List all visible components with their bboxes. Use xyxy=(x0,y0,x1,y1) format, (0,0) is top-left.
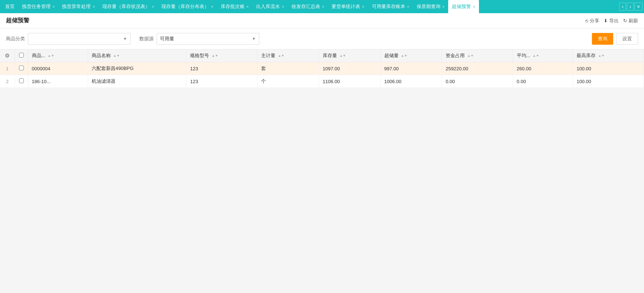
datasource-select-value: 可用量 xyxy=(160,36,174,42)
table-row: 1 0000004 六配套新昌490BPG 123 套 1097.00 997.… xyxy=(0,62,644,75)
nav-item-available[interactable]: 可用量库存账本 × xyxy=(368,0,413,13)
close-tab-icon[interactable]: × xyxy=(92,4,95,9)
close-tab-icon[interactable]: × xyxy=(152,4,154,9)
checkbox-column-header xyxy=(15,49,28,62)
share-button[interactable]: ⎋ 分享 xyxy=(585,18,599,24)
table-row: 2 186-10... 机油滤清器 123 个 1106.00 1006.00 … xyxy=(0,75,644,88)
close-tab-icon[interactable]: × xyxy=(52,4,55,9)
row-checkbox-cell xyxy=(15,75,28,88)
nav-item-overstock[interactable]: 超储预警 × xyxy=(448,0,479,13)
chevron-down-icon: ▼ xyxy=(252,36,256,41)
close-tab-active-icon[interactable]: × xyxy=(473,4,475,9)
stock-cell: 1097.00 xyxy=(319,62,380,75)
nav-prev-arrow[interactable]: ‹ xyxy=(619,3,626,11)
datasource-filter: 数据源 可用量 ▼ xyxy=(139,33,259,45)
datasource-select[interactable]: 可用量 ▼ xyxy=(157,33,259,45)
nav-item-batch[interactable]: 库存批次账 × xyxy=(217,0,252,13)
page-header: 超储预警 ⎋ 分享 ⬇ 导出 ↻ 刷新 xyxy=(0,13,644,29)
chevron-down-icon: ▼ xyxy=(123,36,127,41)
unit-cell: 套 xyxy=(257,62,319,75)
avg-cell: 0.00 xyxy=(513,75,572,88)
spec-column-header[interactable]: 规格型号 ▲▼ xyxy=(186,49,257,62)
category-select[interactable]: ▼ xyxy=(28,33,131,45)
sort-arrows-icon: ▲▼ xyxy=(48,54,54,58)
capital-cell: 259220.00 xyxy=(442,62,513,75)
nav-item-order-stats[interactable]: 要货单统计表 × xyxy=(328,0,368,13)
settings-button[interactable]: 设置 xyxy=(616,33,638,45)
overstock-cell: 1006.00 xyxy=(380,75,442,88)
spec-cell: 123 xyxy=(186,62,257,75)
capital-cell: 0.00 xyxy=(442,75,513,88)
max-stock-cell: 100.00 xyxy=(573,62,644,75)
export-icon: ⬇ xyxy=(604,18,608,23)
refresh-icon: ↻ xyxy=(623,18,627,23)
avg-cell: 260.00 xyxy=(513,62,572,75)
close-tab-icon[interactable]: × xyxy=(322,4,324,9)
close-tab-icon[interactable]: × xyxy=(442,4,444,9)
sort-arrows-icon: ▲▼ xyxy=(401,54,407,58)
nav-scroll-controls: ‹ › × xyxy=(619,3,643,11)
product-code-cell: 186-10... xyxy=(28,75,88,88)
filter-buttons: 查询 设置 xyxy=(592,33,638,45)
nav-item-home[interactable]: 首页 xyxy=(1,0,18,13)
table-header-row: ⚙ 商品... ▲▼ 商品名称 ▲▼ 规格型号 ▲▼ 主计 xyxy=(0,49,644,62)
nav-item-summary[interactable]: 收发存汇总表 × xyxy=(288,0,328,13)
row-select-checkbox[interactable] xyxy=(19,66,24,70)
row-checkbox-cell xyxy=(15,62,28,75)
nav-next-arrow[interactable]: › xyxy=(627,3,634,11)
sort-arrows-icon: ▲▼ xyxy=(212,54,218,58)
gear-icon[interactable]: ⚙ xyxy=(5,52,10,59)
row-select-checkbox[interactable] xyxy=(19,78,24,83)
export-button[interactable]: ⬇ 导出 xyxy=(604,18,619,24)
spec-cell: 123 xyxy=(186,75,257,88)
overstock-cell: 997.00 xyxy=(380,62,442,75)
filter-area: 商品分类 ▼ 数据源 可用量 ▼ 查询 设置 xyxy=(0,29,644,49)
stock-column-header[interactable]: 库存量 ▲▼ xyxy=(319,49,380,62)
top-navigation: 首页 拣货任务管理 × 拣货异常处理 × 现存量（库存状况表） × 现存量（库存… xyxy=(0,0,644,13)
unit-cell: 个 xyxy=(257,75,319,88)
product-name-cell: 六配套新昌490BPG xyxy=(88,62,186,75)
product-code-cell: 0000004 xyxy=(28,62,88,75)
close-tab-icon[interactable]: × xyxy=(407,4,409,9)
sort-arrows-icon: ▲▼ xyxy=(467,54,474,58)
select-all-checkbox[interactable] xyxy=(19,53,24,58)
nav-item-stock-status[interactable]: 现存量（库存状况表） × xyxy=(99,0,158,13)
query-button[interactable]: 查询 xyxy=(592,33,613,45)
capital-column-header[interactable]: 资金占用 ▲▼ xyxy=(442,49,513,62)
settings-column-header: ⚙ xyxy=(0,49,15,62)
close-tab-icon[interactable]: × xyxy=(362,4,364,9)
nav-close-all[interactable]: × xyxy=(634,3,643,11)
sort-arrows-icon: ▲▼ xyxy=(598,54,605,58)
sort-arrows-icon: ▲▼ xyxy=(113,54,120,58)
sort-arrows-icon: ▲▼ xyxy=(339,54,346,58)
row-index: 2 xyxy=(0,75,15,88)
product-code-column-header[interactable]: 商品... ▲▼ xyxy=(28,49,88,62)
share-icon: ⎋ xyxy=(585,18,588,23)
page-title: 超储预警 xyxy=(6,17,29,25)
close-tab-icon[interactable]: × xyxy=(282,4,284,9)
nav-item-exception[interactable]: 拣货异常处理 × xyxy=(58,0,98,13)
product-name-column-header[interactable]: 商品名称 ▲▼ xyxy=(88,49,186,62)
max-stock-cell: 100.00 xyxy=(573,75,644,88)
refresh-button[interactable]: ↻ 刷新 xyxy=(623,18,638,24)
category-filter: 商品分类 ▼ xyxy=(6,33,131,45)
close-tab-icon[interactable]: × xyxy=(211,4,213,9)
unit-column-header[interactable]: 主计量 ▲▼ xyxy=(257,49,319,62)
stock-cell: 1106.00 xyxy=(319,75,380,88)
sort-arrows-icon: ▲▼ xyxy=(533,54,539,58)
datasource-label: 数据源 xyxy=(139,36,154,42)
row-index: 1 xyxy=(0,62,15,75)
close-tab-icon[interactable]: × xyxy=(246,4,249,9)
nav-item-task-mgmt[interactable]: 拣货任务管理 × xyxy=(18,0,58,13)
max-stock-column-header[interactable]: 最高库存 ▲▼ xyxy=(573,49,644,62)
category-label: 商品分类 xyxy=(6,36,25,42)
sort-arrows-icon: ▲▼ xyxy=(278,54,285,58)
product-name-cell: 机油滤清器 xyxy=(88,75,186,88)
overstock-column-header[interactable]: 超储量 ▲▼ xyxy=(380,49,442,62)
nav-item-flow[interactable]: 出入库流水 × xyxy=(252,0,288,13)
header-actions: ⎋ 分享 ⬇ 导出 ↻ 刷新 xyxy=(585,18,638,24)
avg-column-header[interactable]: 平均... ▲▼ xyxy=(513,49,572,62)
table-area: ⚙ 商品... ▲▼ 商品名称 ▲▼ 规格型号 ▲▼ 主计 xyxy=(0,49,644,88)
nav-item-stock-dist[interactable]: 现存量（库存分布表） × xyxy=(158,0,217,13)
nav-item-quality[interactable]: 保质期查询 × xyxy=(413,0,448,13)
